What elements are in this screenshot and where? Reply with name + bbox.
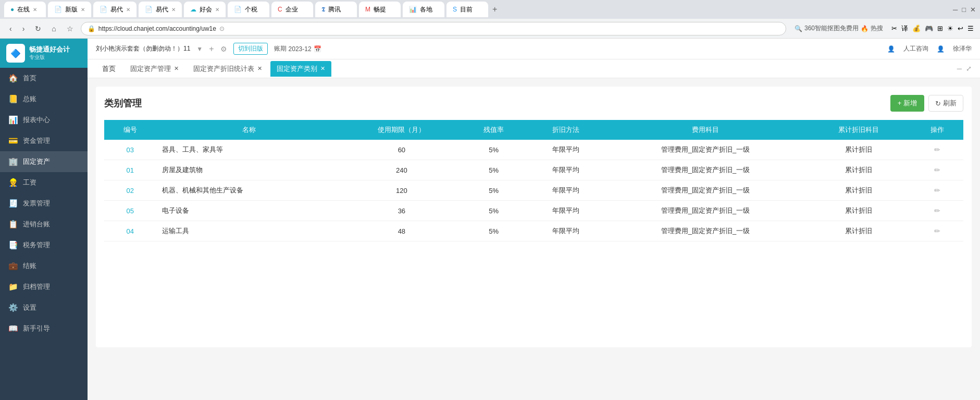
close-icon[interactable]: ✕ [171, 7, 176, 13]
cell-expense: 管理费用_固定资产折旧_一级 [605, 221, 806, 241]
edit-icon[interactable]: ✏ [934, 207, 940, 215]
col-accumulate: 累计折旧科目 [806, 120, 912, 140]
wallet-icon[interactable]: 💰 [912, 25, 921, 32]
sidebar-item-purchases[interactable]: 📋 进销台账 [0, 214, 88, 235]
cell-code[interactable]: 04 [104, 221, 156, 241]
cell-action[interactable]: ✏ [912, 201, 963, 221]
cell-action[interactable]: ✏ [912, 140, 963, 160]
tab-label: 个税 [245, 5, 257, 14]
sidebar-item-reports[interactable]: 📊 报表中心 [0, 110, 88, 130]
refresh-button[interactable]: ↻ [32, 23, 44, 34]
cell-action[interactable]: ✏ [912, 180, 963, 201]
cell-action[interactable]: ✏ [912, 221, 963, 241]
tab-yidai2[interactable]: 📄 易代 ✕ [139, 2, 182, 17]
sidebar-item-assets[interactable]: 🏢 固定资产 [0, 151, 88, 172]
sidebar-item-closing[interactable]: 💼 结账 [0, 256, 88, 276]
tab-qiye[interactable]: C 企业 [271, 2, 313, 17]
tab-changte[interactable]: M 畅提 [359, 2, 401, 17]
sidebar-item-funds[interactable]: 💳 资金管理 [0, 130, 88, 151]
close-icon[interactable]: ✕ [215, 7, 219, 13]
brightness-icon[interactable]: ☀ [947, 25, 953, 32]
close-window-icon[interactable]: ✕ [970, 6, 976, 14]
new-tab-button[interactable]: + [490, 5, 499, 14]
game-icon[interactable]: 🎮 [925, 25, 933, 32]
dropdown-icon[interactable]: ▼ [196, 45, 203, 53]
home-button[interactable]: ⌂ [48, 23, 59, 34]
edit-icon[interactable]: ✏ [934, 166, 940, 174]
tab-home[interactable]: 首页 [96, 61, 122, 77]
consultant-label[interactable]: 人工咨询 [903, 44, 928, 53]
logo-text: 畅捷通好会计 [29, 45, 70, 54]
tab-label: 各地 [420, 5, 432, 14]
switch-to-old-button[interactable]: 切到旧版 [233, 43, 268, 55]
calendar-icon[interactable]: 📅 [314, 45, 321, 53]
cell-code[interactable]: 05 [104, 201, 156, 221]
minimize-tab-icon[interactable]: ─ [957, 65, 962, 72]
tab-geshui[interactable]: 📄 个税 [228, 2, 269, 17]
closing-icon: 💼 [8, 261, 18, 271]
tab-tengxun[interactable]: 𝕿 腾讯 [315, 2, 357, 17]
search-label: 360智能抠图免费用 [804, 24, 859, 33]
cell-code[interactable]: 03 [104, 140, 156, 160]
translate-icon[interactable]: 译 [901, 24, 908, 33]
tab-label: 好会 [200, 5, 212, 14]
tab-yidai1[interactable]: 📄 易代 ✕ [93, 2, 137, 17]
plus-icon[interactable]: + [209, 44, 214, 54]
add-button[interactable]: + 新增 [890, 95, 924, 112]
cell-name: 器具、工具、家具等 [156, 140, 342, 160]
url-box[interactable]: 🔒 https://cloud.chanjet.com/accounting/u… [81, 22, 786, 35]
tab-close-icon[interactable]: ✕ [174, 65, 179, 72]
sidebar-item-tax[interactable]: 📑 税务管理 [0, 235, 88, 256]
back-button[interactable]: ‹ [6, 23, 15, 34]
tab-label: 在线 [17, 5, 30, 14]
sidebar-item-home[interactable]: 🏠 首页 [0, 68, 88, 89]
close-icon[interactable]: ✕ [81, 7, 85, 13]
sidebar-item-settings[interactable]: ⚙️ 设置 [0, 297, 88, 318]
archive-icon: 📁 [8, 282, 18, 292]
grid-icon[interactable]: ⊞ [937, 25, 943, 32]
main-inner: 类别管理 + 新增 ↻ 刷新 编号 名称 [96, 87, 972, 347]
tab-asset-category[interactable]: 固定资产类别 ✕ [270, 61, 331, 77]
close-icon[interactable]: ✕ [126, 7, 130, 13]
period-label: 账期 [274, 44, 287, 53]
tab-asset-management[interactable]: 固定资产管理 ✕ [124, 61, 185, 77]
refresh-button[interactable]: ↻ 刷新 [928, 95, 963, 112]
minimize-icon[interactable]: ─ [953, 6, 958, 14]
close-icon[interactable]: ✕ [33, 7, 37, 13]
cell-rate: 5% [461, 180, 526, 201]
bookmark-button[interactable]: ☆ [64, 23, 77, 34]
tab-depreciation-table[interactable]: 固定资产折旧统计表 ✕ [187, 61, 268, 77]
tab-gedi[interactable]: 📊 各地 [403, 2, 444, 17]
cell-accumulate: 累计折旧 [806, 160, 912, 180]
tab-close-icon[interactable]: ✕ [320, 65, 325, 72]
col-rate: 残值率 [461, 120, 526, 140]
tab-haohui[interactable]: ☁ 好会 ✕ [184, 2, 226, 17]
maximize-icon[interactable]: □ [962, 6, 966, 14]
top-bar-right: 👤 人工咨询 👤 徐泽华 [887, 44, 972, 53]
edit-icon[interactable]: ✏ [934, 227, 940, 235]
search-area[interactable]: 🔍 360智能抠图免费用 🔥 热搜 [795, 24, 883, 33]
top-bar: 刘小艳演示套套（勿删勿动！）11 ▼ + ⚙ 切到旧版 账期 2023-12 📅… [88, 39, 980, 59]
scissors-icon[interactable]: ✂ [891, 25, 897, 32]
period-value: 2023-12 [289, 45, 312, 53]
sidebar-item-ledger[interactable]: 📒 总账 [0, 89, 88, 110]
sidebar-item-invoice[interactable]: 🧾 发票管理 [0, 193, 88, 214]
edit-icon[interactable]: ✏ [934, 186, 940, 195]
cell-method: 年限平均 [526, 221, 605, 241]
tab-xinban[interactable]: 📄 新版 ✕ [48, 2, 91, 17]
tab-close-icon[interactable]: ✕ [257, 65, 262, 72]
tab-zaixin[interactable]: ● 在线 ✕ [4, 2, 46, 17]
edit-icon[interactable]: ✏ [934, 146, 940, 154]
sidebar-item-archive[interactable]: 📁 归档管理 [0, 276, 88, 297]
cell-code[interactable]: 02 [104, 180, 156, 201]
cell-action[interactable]: ✏ [912, 160, 963, 180]
sidebar-item-payroll[interactable]: 👷 工资 [0, 172, 88, 193]
cell-code[interactable]: 01 [104, 160, 156, 180]
settings-gear-icon[interactable]: ⚙ [220, 45, 227, 53]
tab-muqian[interactable]: S 目前 [446, 2, 488, 17]
forward-button[interactable]: › [19, 23, 28, 34]
sidebar-item-guide[interactable]: 📖 新手引导 [0, 318, 88, 339]
expand-tab-icon[interactable]: ⤢ [966, 65, 972, 72]
menu-icon[interactable]: ☰ [967, 25, 974, 32]
undo-icon[interactable]: ↩ [958, 25, 963, 32]
